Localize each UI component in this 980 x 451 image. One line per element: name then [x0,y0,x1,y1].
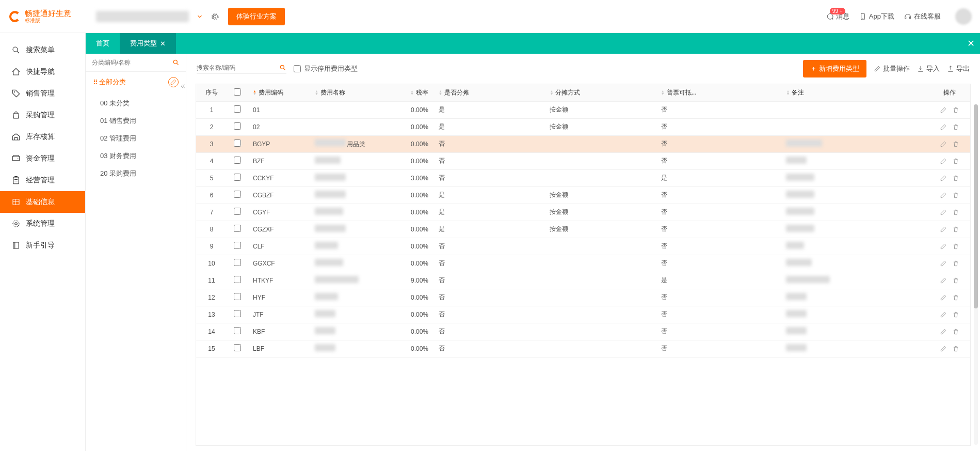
cell-check[interactable] [227,169,248,186]
table-row[interactable]: 4BZF0.00%否否 [196,152,970,169]
row-delete-icon[interactable] [952,226,959,233]
service-link[interactable]: 在线客服 [904,12,941,21]
table-row[interactable]: 7CGYF0.00%是按金额否 [196,204,970,221]
row-checkbox[interactable] [234,105,241,113]
sidebar-item-sales[interactable]: 销售管理 [0,83,85,104]
sidebar-item-purchase[interactable]: 采购管理 [0,104,85,126]
row-edit-icon[interactable] [940,106,947,114]
row-edit-icon[interactable] [940,141,947,148]
batch-ops[interactable]: 批量操作 [874,64,910,73]
row-edit-icon[interactable] [940,175,947,182]
cell-check[interactable] [227,323,248,340]
sidebar-item-funds[interactable]: 资金管理 [0,148,85,169]
table-row[interactable]: 12HYF0.00%否否 [196,289,970,306]
row-checkbox[interactable] [234,293,241,300]
show-disabled-input[interactable] [294,65,301,72]
logo[interactable]: 畅捷通好生意 标准版 [8,9,86,24]
row-edit-icon[interactable] [940,260,947,267]
table-row[interactable]: 15LBF0.00%否否 [196,340,970,357]
row-checkbox[interactable] [234,259,241,266]
row-delete-icon[interactable] [952,175,959,182]
cell-check[interactable] [227,255,248,272]
col-method[interactable]: ▲▼分摊方式 [544,84,655,101]
add-expense-button[interactable]: ＋ 新增费用类型 [803,60,866,77]
col-name[interactable]: ▲▼费用名称 [310,84,397,101]
row-delete-icon[interactable] [952,294,959,301]
cell-check[interactable] [227,118,248,135]
sidebar-item-basic[interactable]: 基础信息 [0,191,85,213]
col-remark[interactable]: ▲▼备注 [781,84,929,101]
search-icon[interactable] [172,59,180,66]
category-search-input[interactable] [92,59,172,66]
row-edit-icon[interactable] [940,192,947,199]
tab-home[interactable]: 首页 [86,33,120,54]
settings-icon[interactable] [211,12,219,21]
cell-check[interactable] [227,238,248,255]
sidebar-item-inventory[interactable]: 库存核算 [0,126,85,148]
row-checkbox[interactable] [234,242,241,249]
row-checkbox[interactable] [234,174,241,181]
scrollbar[interactable] [974,104,978,445]
table-row[interactable]: 9CLF0.00%否否 [196,238,970,255]
category-item[interactable]: 03 财务费用 [86,147,186,165]
experience-button[interactable]: 体验行业方案 [228,8,285,25]
select-all-checkbox[interactable] [234,88,241,96]
sidebar-item-business[interactable]: 经营管理 [0,169,85,191]
table-row[interactable]: 3BGYP用品类0.00%否否 [196,135,970,152]
table-row[interactable]: 11HTKYF9.00%否是 [196,272,970,289]
row-edit-icon[interactable] [940,345,947,352]
export-button[interactable]: 导出 [947,64,970,73]
col-seq[interactable]: 序号 [196,84,227,101]
scrollbar-thumb[interactable] [974,104,978,308]
cell-check[interactable] [227,340,248,357]
message-link[interactable]: 99 + 消息 [826,12,849,21]
row-delete-icon[interactable] [952,106,959,114]
table-row[interactable]: 2020.00%是按金额否 [196,118,970,135]
col-rate[interactable]: ▲▼税率 [397,84,433,101]
row-checkbox[interactable] [234,139,241,147]
cell-check[interactable] [227,272,248,289]
row-delete-icon[interactable] [952,243,959,250]
col-allocate[interactable]: ▲▼是否分摊 [433,84,544,101]
table-search[interactable] [197,64,286,74]
row-checkbox[interactable] [234,310,241,317]
table-row[interactable]: 1010.00%是按金额否 [196,101,970,118]
row-edit-icon[interactable] [940,209,947,216]
table-search-input[interactable] [197,64,279,71]
table-row[interactable]: 6CGBZF0.00%是按金额否 [196,186,970,204]
row-checkbox[interactable] [234,122,241,130]
download-link[interactable]: App下载 [859,12,894,21]
row-delete-icon[interactable] [952,277,959,284]
cell-check[interactable] [227,204,248,221]
row-edit-icon[interactable] [940,311,947,318]
cell-check[interactable] [227,289,248,306]
close-all-icon[interactable]: ✕ [967,38,975,49]
row-checkbox[interactable] [234,344,241,351]
col-check[interactable] [227,84,248,101]
show-disabled-checkbox[interactable]: 显示停用费用类型 [294,64,358,73]
row-edit-icon[interactable] [940,158,947,165]
collapse-icon[interactable] [179,83,186,90]
table-row[interactable]: 14KBF0.00%否否 [196,323,970,340]
import-button[interactable]: 导入 [917,64,940,73]
row-delete-icon[interactable] [952,123,959,131]
cell-check[interactable] [227,135,248,152]
cell-check[interactable] [227,101,248,118]
col-invoice[interactable]: ▲▼普票可抵... [656,84,781,101]
search-icon[interactable] [279,64,286,71]
sidebar-item-quick-nav[interactable]: 快捷导航 [0,61,85,83]
row-checkbox[interactable] [234,225,241,232]
sidebar-item-system[interactable]: 系统管理 [0,213,85,235]
cell-check[interactable] [227,152,248,169]
cell-check[interactable] [227,306,248,323]
cell-check[interactable] [227,186,248,204]
row-delete-icon[interactable] [952,345,959,352]
row-checkbox[interactable] [234,276,241,283]
row-edit-icon[interactable] [940,328,947,335]
category-item[interactable]: 01 销售费用 [86,112,186,130]
company-selector[interactable] [96,11,228,22]
category-item[interactable]: 00 未分类 [86,95,186,112]
row-checkbox[interactable] [234,327,241,334]
cell-check[interactable] [227,221,248,238]
row-delete-icon[interactable] [952,311,959,318]
